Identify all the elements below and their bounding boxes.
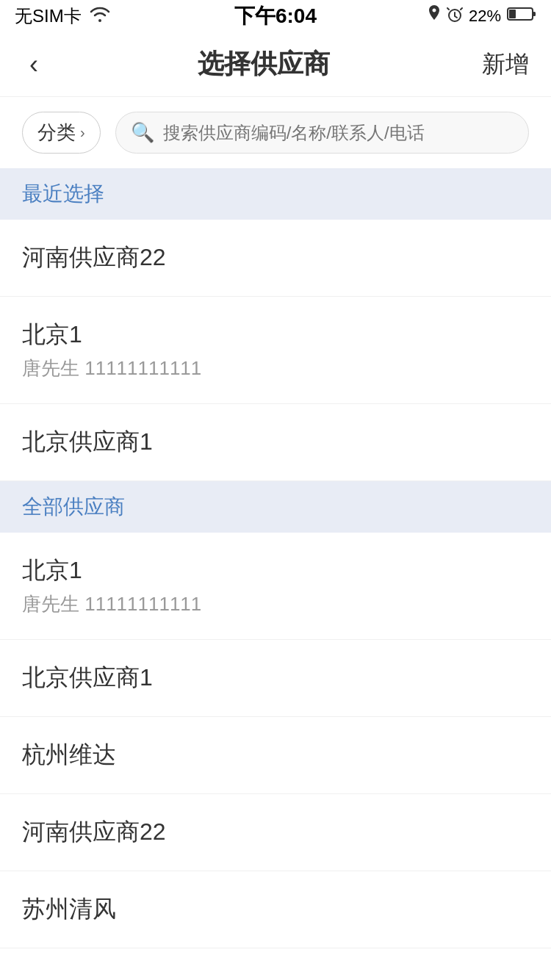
item-name: 北京供应商1 — [22, 662, 529, 694]
status-bar: 无SIM卡 下午6:04 22% — [0, 0, 551, 32]
battery-icon — [507, 7, 536, 26]
list-item[interactable]: 北京1 唐先生 11111111111 — [0, 533, 551, 640]
add-button[interactable]: 新增 — [482, 48, 529, 81]
battery-text: 22% — [469, 7, 501, 26]
recent-section-label: 最近选择 — [22, 182, 104, 205]
list-item[interactable]: 北京供应商1 — [0, 404, 551, 481]
item-name: 河南供应商22 — [22, 242, 529, 274]
list-item[interactable]: 河南供应商22 — [0, 794, 551, 871]
item-name: 河南供应商22 — [22, 816, 529, 849]
list-item[interactable]: 河南供应商22 — [0, 220, 551, 297]
item-name: 苏州清风 — [22, 893, 529, 926]
filter-bar: 分类 › 🔍 — [0, 97, 551, 168]
list-item[interactable]: 苏州清风 — [0, 871, 551, 948]
list-item[interactable]: 北京1 唐先生 11111111111 — [0, 297, 551, 404]
list-item[interactable]: 北京供应商1 — [0, 640, 551, 717]
all-section-label: 全部供应商 — [22, 495, 125, 518]
item-name: 北京1 — [22, 319, 529, 351]
all-list: 北京1 唐先生 11111111111 北京供应商1杭州维达河南供应商22苏州清… — [0, 533, 551, 948]
wifi-icon — [89, 6, 111, 26]
recent-section-header: 最近选择 — [0, 168, 551, 220]
svg-rect-3 — [533, 12, 536, 16]
search-input[interactable] — [163, 123, 514, 143]
location-icon — [428, 5, 441, 27]
svg-rect-2 — [509, 10, 516, 18]
chevron-right-icon: › — [80, 124, 85, 141]
page-title: 选择供应商 — [198, 46, 330, 82]
category-label: 分类 — [37, 120, 76, 145]
status-time: 下午6:04 — [234, 2, 317, 30]
category-filter[interactable]: 分类 › — [22, 112, 101, 154]
status-left: 无SIM卡 — [15, 4, 111, 28]
status-right: 22% — [428, 5, 536, 27]
recent-list: 河南供应商22 北京1 唐先生 11111111111 北京供应商1 — [0, 220, 551, 481]
all-section-header: 全部供应商 — [0, 481, 551, 533]
nav-bar: ‹ 选择供应商 新增 — [0, 32, 551, 97]
item-sub: 唐先生 11111111111 — [22, 356, 529, 381]
item-sub: 唐先生 11111111111 — [22, 591, 529, 617]
item-name: 杭州维达 — [22, 739, 529, 771]
item-name: 北京1 — [22, 555, 529, 587]
search-box: 🔍 — [115, 112, 529, 154]
back-button[interactable]: ‹ — [22, 42, 46, 87]
item-name: 北京供应商1 — [22, 426, 529, 458]
search-icon: 🔍 — [131, 121, 154, 144]
carrier-text: 无SIM卡 — [15, 4, 82, 28]
alarm-icon — [447, 6, 463, 26]
list-item[interactable]: 杭州维达 — [0, 717, 551, 794]
